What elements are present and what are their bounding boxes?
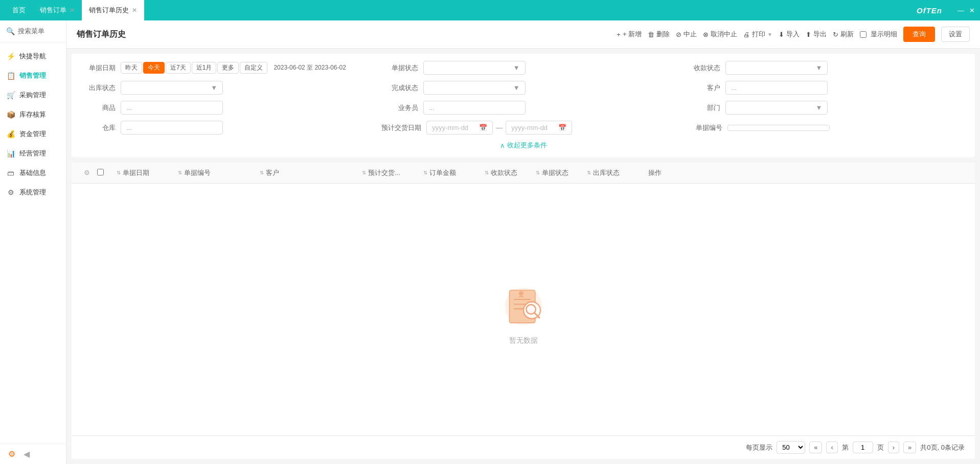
display-detail-toggle[interactable]: 显示明细 [860, 30, 897, 39]
purchase-mgmt-label: 采购管理 [19, 91, 46, 100]
toolbar: + + 新增 🗑 删除 ⊘ 中止 ⊗ 取消中止 🖨 打印 [617, 27, 970, 42]
date-tag-custom[interactable]: 自定义 [240, 62, 267, 74]
first-page-button[interactable]: « [809, 441, 822, 453]
sidebar-item-sys-mgmt[interactable]: ⚙ 系统管理 [0, 183, 66, 202]
date-tag-yesterday[interactable]: 昨天 [121, 62, 142, 74]
th-delivery[interactable]: ⇅ 预计交货... [358, 168, 419, 178]
display-detail-checkbox[interactable] [860, 31, 867, 38]
sidebar-item-quick-nav[interactable]: ⚡ 快捷导航 [0, 47, 66, 66]
salesperson-input[interactable]: ... [423, 101, 526, 115]
stop-button[interactable]: ⊘ 中止 [676, 30, 697, 39]
sidebar-item-sales-mgmt[interactable]: 📋 销售管理 [0, 66, 66, 85]
stock-out-select[interactable]: ▼ [121, 81, 223, 95]
customer-input[interactable]: ... [725, 81, 828, 95]
sidebar-item-operations[interactable]: 📊 经营管理 [0, 144, 66, 163]
tab-sales-order-close[interactable]: ✕ [70, 7, 75, 14]
sidebar-item-inventory[interactable]: 📦 库存核算 [0, 105, 66, 124]
inventory-label: 库存核算 [19, 110, 46, 119]
select-all-checkbox[interactable] [97, 169, 104, 175]
table-settings-icon[interactable]: ⚙ [77, 169, 97, 176]
column-settings-icon[interactable]: ⚙ [84, 169, 90, 176]
sidebar-settings-icon[interactable]: ⚙ [8, 449, 15, 459]
warehouse-input[interactable]: ... [121, 121, 223, 135]
page-header: 销售订单历史 + + 新增 🗑 删除 ⊘ 中止 ⊗ 取消中止 [66, 20, 980, 49]
sidebar-item-base-info[interactable]: 🗃 基础信息 [0, 163, 66, 183]
total-label: 共0页, 0条记录 [920, 443, 965, 452]
sidebar-item-finance[interactable]: 💰 资金管理 [0, 124, 66, 144]
customer-control: ... [725, 81, 967, 95]
date-tag-more[interactable]: 更多 [217, 62, 239, 74]
delivery-date-end[interactable]: yyyy-mm-dd 📅 [506, 121, 572, 135]
dept-select[interactable]: ▼ [725, 101, 828, 115]
filter-row-3: 商品 ... 业务员 ... 部门 ▼ [80, 101, 967, 115]
th-order-status[interactable]: ⇅ 单据状态 [532, 168, 583, 178]
tab-sales-order-history-close[interactable]: ✕ [132, 7, 137, 14]
import-button[interactable]: ⬇ 导入 [779, 30, 800, 39]
sidebar-search-area[interactable]: 🔍 搜索菜单 [0, 20, 66, 42]
order-status-select[interactable]: ▼ [423, 61, 526, 75]
complete-select[interactable]: ▼ [423, 81, 526, 95]
pay-status-select[interactable]: ▼ [725, 61, 828, 75]
order-no-input[interactable] [727, 125, 830, 131]
page-size-select[interactable]: 50 10 20 100 [777, 441, 805, 454]
main-layout: 🔍 搜索菜单 ⚡ 快捷导航 📋 销售管理 🛒 采购管理 📦 库存核算 � [0, 20, 980, 464]
export-icon: ⬆ [806, 31, 811, 38]
pay-status-arrow: ▼ [815, 64, 822, 72]
tab-home[interactable]: 首页 [5, 0, 33, 20]
date-tag-1month[interactable]: 近1月 [192, 62, 217, 74]
cancel-stop-button[interactable]: ⊗ 取消中止 [703, 30, 737, 39]
goods-input[interactable]: ... [121, 101, 223, 115]
tab-sales-order[interactable]: 销售订单 ✕ [33, 0, 82, 20]
th-customer[interactable]: ⇅ 客户 [256, 168, 358, 178]
window-minimize[interactable]: — [958, 7, 964, 14]
tab-sales-order-history[interactable]: 销售订单历史 ✕ [82, 0, 144, 20]
th-date[interactable]: ⇅ 单据日期 [112, 168, 174, 178]
operations-icon: 📊 [6, 149, 15, 158]
finance-icon: 💰 [6, 129, 15, 139]
export-button[interactable]: ⬆ 导出 [806, 30, 827, 39]
th-customer-sort-icon: ⇅ [260, 170, 264, 175]
date-filter: 昨天 今天 近7天 近1月 更多 自定义 2023-06-02 至 2023-0… [121, 62, 346, 74]
setting-button[interactable]: 设置 [941, 27, 970, 42]
date-filter-control: 昨天 今天 近7天 近1月 更多 自定义 2023-06-02 至 2023-0… [121, 62, 362, 74]
tab-sales-order-history-label: 销售订单历史 [89, 6, 129, 15]
new-button[interactable]: + + 新增 [617, 30, 642, 39]
delete-button[interactable]: 🗑 删除 [648, 30, 670, 39]
inventory-icon: 📦 [6, 110, 15, 119]
delivery-date-start-placeholder: yyyy-mm-dd [432, 124, 468, 131]
sidebar-item-purchase-mgmt[interactable]: 🛒 采购管理 [0, 85, 66, 105]
th-num[interactable]: ⇅ 单据编号 [174, 168, 256, 178]
table-checkbox-all[interactable] [97, 169, 112, 177]
sidebar-collapse-icon[interactable]: ◀ [24, 449, 30, 459]
last-page-button[interactable]: » [903, 441, 916, 453]
sidebar: 🔍 搜索菜单 ⚡ 快捷导航 📋 销售管理 🛒 采购管理 📦 库存核算 � [0, 20, 66, 464]
delivery-date-label: 预计交货日期 [380, 123, 426, 132]
warehouse-label: 仓库 [80, 123, 121, 132]
stop-icon: ⊘ [676, 31, 681, 38]
date-tag-7days[interactable]: 近7天 [166, 62, 191, 74]
delivery-date-start[interactable]: yyyy-mm-dd 📅 [426, 121, 493, 135]
sales-mgmt-label: 销售管理 [19, 71, 46, 80]
calendar-end-icon: 📅 [558, 124, 566, 131]
th-stock-status[interactable]: ⇅ 出库状态 [583, 168, 644, 178]
order-status-label: 单据状态 [382, 63, 423, 73]
svg-point-9 [518, 291, 523, 296]
print-button[interactable]: 🖨 打印 ▼ [743, 30, 772, 39]
collapse-filter-row[interactable]: ∧ 收起更多条件 [80, 141, 967, 150]
sys-mgmt-label: 系统管理 [19, 188, 46, 197]
refresh-button[interactable]: ↻ 刷新 [833, 30, 854, 39]
th-amount[interactable]: ⇅ 订单金额 [419, 168, 481, 178]
next-page-button[interactable]: › [888, 441, 899, 453]
collapse-up-icon: ∧ [500, 142, 505, 149]
sidebar-search[interactable]: 🔍 搜索菜单 [0, 27, 66, 36]
order-no-control [727, 125, 967, 131]
query-button[interactable]: 查询 [903, 27, 935, 42]
page-number-input[interactable] [853, 441, 873, 453]
date-tag-today[interactable]: 今天 [143, 62, 165, 74]
pay-status-label: 收款状态 [685, 63, 725, 73]
th-pay-status[interactable]: ⇅ 收款状态 [481, 168, 532, 178]
window-close[interactable]: ✕ [969, 7, 975, 14]
quick-nav-icon: ⚡ [6, 52, 15, 61]
prev-page-button[interactable]: ‹ [826, 441, 837, 453]
order-status-arrow: ▼ [513, 64, 520, 72]
